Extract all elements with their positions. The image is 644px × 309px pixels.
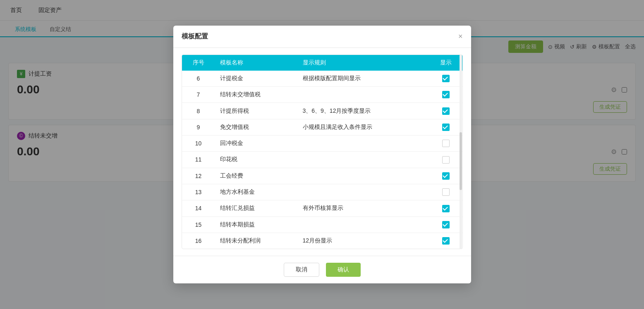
cell-show-3[interactable] — [429, 119, 462, 135]
col-header-no: 序号 — [182, 55, 215, 71]
cell-name-5: 印花税 — [215, 152, 298, 168]
cell-show-8[interactable] — [429, 200, 462, 216]
cell-rule-8: 有外币核算显示 — [298, 200, 429, 216]
cell-rule-5 — [298, 152, 429, 168]
cell-rule-2: 3、6、9、12月按季度显示 — [298, 103, 429, 119]
cell-show-6[interactable] — [429, 168, 462, 184]
cell-no-6: 12 — [182, 168, 215, 184]
cell-name-10: 结转未分配利润 — [215, 233, 298, 249]
modal-footer: 取消 确认 — [173, 256, 471, 283]
cell-no-1: 7 — [182, 87, 215, 103]
cell-no-9: 15 — [182, 216, 215, 233]
cell-show-9[interactable] — [429, 216, 462, 233]
modal-title: 模板配置 — [182, 32, 208, 41]
cell-no-5: 11 — [182, 152, 215, 168]
table-scroll-wrapper: 序号 模板名称 显示规则 显示 6计提税金根据模版配置期间显示7结转未交增值税8… — [182, 55, 463, 249]
checkbox-5[interactable] — [442, 156, 450, 164]
col-header-name: 模板名称 — [215, 55, 298, 71]
table-header-row: 序号 模板名称 显示规则 显示 — [182, 55, 462, 71]
cell-no-10: 16 — [182, 233, 215, 249]
checkbox-7[interactable] — [442, 188, 450, 196]
cell-name-3: 免交增值税 — [215, 119, 298, 135]
table-row: 12工会经费 — [182, 168, 462, 184]
cell-no-0: 6 — [182, 71, 215, 87]
cell-name-0: 计提税金 — [215, 71, 298, 87]
checkbox-6[interactable] — [442, 172, 450, 180]
cell-show-5[interactable] — [429, 152, 462, 168]
table-row: 13地方水利基金 — [182, 184, 462, 200]
cell-rule-4 — [298, 135, 429, 152]
table-row: 14结转汇兑损益有外币核算显示 — [182, 200, 462, 216]
cell-name-8: 结转汇兑损益 — [215, 200, 298, 216]
table-row: 9免交增值税小规模且满足收入条件显示 — [182, 119, 462, 135]
modal-dialog: 模板配置 × 序号 模板名称 显示规则 显示 — [173, 26, 471, 283]
cancel-button[interactable]: 取消 — [284, 263, 319, 277]
checkbox-8[interactable] — [442, 205, 450, 212]
cell-rule-1 — [298, 87, 429, 103]
cell-no-8: 14 — [182, 200, 215, 216]
checkbox-3[interactable] — [442, 124, 450, 131]
cell-no-4: 10 — [182, 135, 215, 152]
cell-rule-6 — [298, 168, 429, 184]
cell-show-10[interactable] — [429, 233, 462, 249]
cell-rule-0: 根据模版配置期间显示 — [298, 71, 429, 87]
checkbox-2[interactable] — [442, 107, 450, 115]
col-header-rule: 显示规则 — [298, 55, 429, 71]
cell-show-2[interactable] — [429, 103, 462, 119]
cell-show-1[interactable] — [429, 87, 462, 103]
checkbox-0[interactable] — [442, 75, 450, 82]
cell-name-6: 工会经费 — [215, 168, 298, 184]
cell-rule-9 — [298, 216, 429, 233]
checkbox-10[interactable] — [442, 237, 450, 245]
cell-name-2: 计提所得税 — [215, 103, 298, 119]
cell-no-7: 13 — [182, 184, 215, 200]
table-wrapper: 序号 模板名称 显示规则 显示 6计提税金根据模版配置期间显示7结转未交增值税8… — [182, 55, 463, 249]
modal-body: 序号 模板名称 显示规则 显示 6计提税金根据模版配置期间显示7结转未交增值税8… — [173, 48, 471, 256]
table-row: 15结转本期损益 — [182, 216, 462, 233]
cell-show-0[interactable] — [429, 71, 462, 87]
cell-no-3: 9 — [182, 119, 215, 135]
cell-name-1: 结转未交增值税 — [215, 87, 298, 103]
cell-no-2: 8 — [182, 103, 215, 119]
config-table: 序号 模板名称 显示规则 显示 6计提税金根据模版配置期间显示7结转未交增值税8… — [182, 55, 462, 249]
cell-name-9: 结转本期损益 — [215, 216, 298, 233]
cell-rule-7 — [298, 184, 429, 200]
cell-name-4: 回冲税金 — [215, 135, 298, 152]
table-row: 11印花税 — [182, 152, 462, 168]
cell-rule-10: 12月份显示 — [298, 233, 429, 249]
checkbox-4[interactable] — [442, 140, 450, 147]
confirm-button[interactable]: 确认 — [326, 263, 361, 277]
table-row: 8计提所得税3、6、9、12月按季度显示 — [182, 103, 462, 119]
cell-name-7: 地方水利基金 — [215, 184, 298, 200]
table-row: 16结转未分配利润12月份显示 — [182, 233, 462, 249]
table-row: 6计提税金根据模版配置期间显示 — [182, 71, 462, 87]
table-row: 10回冲税金 — [182, 135, 462, 152]
checkbox-1[interactable] — [442, 91, 450, 98]
close-button[interactable]: × — [458, 33, 463, 40]
checkbox-9[interactable] — [442, 221, 450, 228]
scrollbar-track[interactable] — [460, 55, 462, 249]
modal-overlay: 模板配置 × 序号 模板名称 显示规则 显示 — [0, 0, 644, 309]
modal-header: 模板配置 × — [173, 26, 471, 48]
cell-rule-3: 小规模且满足收入条件显示 — [298, 119, 429, 135]
cell-show-7[interactable] — [429, 184, 462, 200]
scrollbar-thumb[interactable] — [460, 132, 462, 190]
col-header-show: 显示 — [429, 55, 462, 71]
table-row: 7结转未交增值税 — [182, 87, 462, 103]
cell-show-4[interactable] — [429, 135, 462, 152]
